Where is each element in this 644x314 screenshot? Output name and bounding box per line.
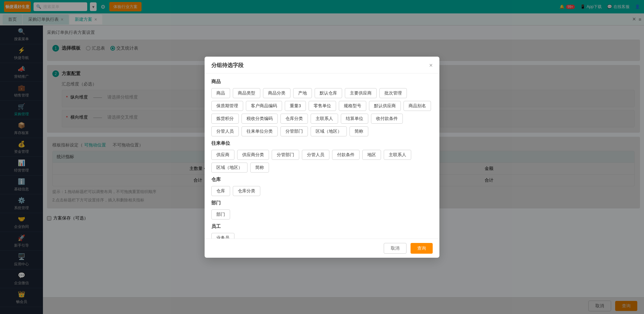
modal-confirm-btn[interactable]: 查询 [411,243,433,254]
modal-body: 商品 商品 商品类型 商品分类 产地 默认仓库 主要供应商 批次管理 保质期管理… [205,73,439,239]
field-tag-batch[interactable]: 批次管理 [379,88,407,98]
field-tag-goods-alias[interactable]: 商品别名 [404,101,431,111]
modal-overlay: 分组待选字段 × 商品 商品 商品类型 商品分类 产地 默认仓库 主要供应商 批… [0,0,644,314]
field-tag-region-goods[interactable]: 区域（地区） [311,126,347,136]
field-tag-warehouse-category[interactable]: 仓库分类 [280,114,308,124]
field-tag-employee[interactable]: 业务员 [211,233,234,239]
field-tag-customer-code[interactable]: 客户商品编码 [246,101,282,111]
employee-fields: 业务员 [211,233,433,239]
field-tag-settlement-unit[interactable]: 结算单位 [341,114,368,124]
field-tag-department[interactable]: 部门 [211,209,230,219]
field-tag-supervisor-dept[interactable]: 分管部门 [272,150,299,160]
dept-fields: 部门 [211,209,433,219]
field-tag-payment-terms[interactable]: 收付款条件 [371,114,403,124]
section-title-goods: 商品 [211,79,433,85]
field-tag-refine-points[interactable]: 炼货积分 [211,114,239,124]
field-select-modal: 分组待选字段 × 商品 商品 商品类型 商品分类 产地 默认仓库 主要供应商 批… [205,57,439,258]
field-tag-supervisor[interactable]: 分管人员 [211,126,239,136]
modal-close-btn[interactable]: × [429,62,433,69]
field-tag-default-supplier[interactable]: 默认供应商 [369,101,401,111]
field-tag-warehouse[interactable]: 仓库 [211,186,230,196]
field-tag-dept[interactable]: 分管部门 [280,126,308,136]
field-tag-default-warehouse[interactable]: 默认仓库 [315,88,342,98]
field-tag-supplier[interactable]: 供应商 [211,150,234,160]
field-tag-abbr-goods[interactable]: 简称 [350,126,368,136]
field-tag-weight[interactable]: 重量3 [285,101,306,111]
field-tag-retail-unit[interactable]: 零售单位 [309,101,336,111]
field-tag-tax-code[interactable]: 税收分类编码 [241,114,278,124]
section-title-dept: 部门 [211,200,433,206]
field-tag-origin[interactable]: 产地 [293,88,312,98]
field-tag-main-contact2[interactable]: 主联系人 [384,150,411,160]
field-tag-goods-category[interactable]: 商品分类 [263,88,290,98]
modal-footer: 取消 查询 [205,239,439,258]
field-tag-supplier-category[interactable]: 供应商分类 [237,150,269,160]
warehouse-fields: 仓库 仓库分类 [211,186,433,196]
field-tag-payment-condition[interactable]: 付款条件 [332,150,360,160]
modal-title: 分组待选字段 [211,62,244,69]
goods-fields: 商品 商品类型 商品分类 产地 默认仓库 主要供应商 批次管理 保质期管理 客户… [211,88,433,136]
section-title-counterpart: 往来单位 [211,140,433,146]
field-tag-goods-type[interactable]: 商品类型 [233,88,260,98]
section-title-warehouse: 仓库 [211,177,433,183]
field-tag-warehouse-cat[interactable]: 仓库分类 [233,186,260,196]
field-tag-supervisor-person[interactable]: 分管人员 [302,150,329,160]
field-tag-abbr-counterpart[interactable]: 简称 [250,163,269,173]
field-tag-goods[interactable]: 商品 [211,88,230,98]
section-title-employee: 员工 [211,224,433,230]
field-tag-expiry[interactable]: 保质期管理 [211,101,243,111]
counterpart-fields: 供应商 供应商分类 分管部门 分管人员 付款条件 地区 主联系人 区域（地区） … [211,150,433,173]
field-tag-main-contact[interactable]: 主联系人 [311,114,338,124]
field-tag-counterpart-category[interactable]: 往来单位分类 [241,126,278,136]
modal-cancel-btn[interactable]: 取消 [384,243,407,254]
field-tag-spec[interactable]: 规格型号 [339,101,366,111]
field-tag-region-counterpart[interactable]: 区域（地区） [211,163,248,173]
field-tag-main-supplier[interactable]: 主要供应商 [345,88,377,98]
field-tag-area[interactable]: 地区 [362,150,381,160]
modal-header: 分组待选字段 × [205,57,439,73]
